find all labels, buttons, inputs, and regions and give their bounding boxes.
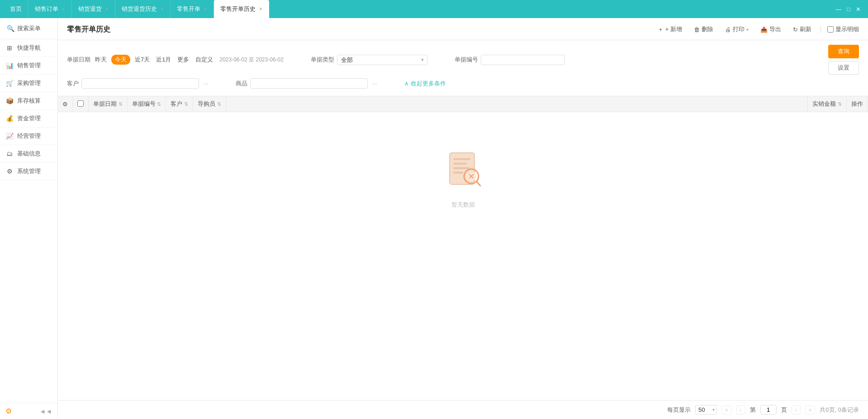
page-next-btn[interactable]: › [792,405,801,414]
tab-sales-order-close[interactable]: × [62,6,65,12]
sidebar-item-purchase-mgmt[interactable]: 🛒 采购管理 [0,75,57,92]
date-btn-today[interactable]: 今天 [111,55,130,65]
window-maximize[interactable]: □ [847,6,850,13]
tab-retail-open-close[interactable]: × [204,6,207,12]
date-btn-1month[interactable]: 近1月 [154,55,173,65]
col-amount[interactable]: 实销金额 ⇅ [808,96,847,112]
col-salesperson-label: 导购员 [198,100,215,107]
sidebar-settings-icon[interactable]: ⚙ [5,407,12,415]
display-detail-label: 显示明细 [835,25,859,33]
tab-sales-return-label: 销货退货 [78,5,102,13]
tab-retail-open[interactable]: 零售开单 × [171,0,214,18]
basic-info-icon: 🗂 [5,150,14,158]
order-num-input[interactable] [481,55,565,65]
operations-icon: 📈 [5,132,14,140]
svg-rect-2 [453,163,467,165]
sidebar-item-operations[interactable]: 📈 经营管理 [0,127,57,145]
query-button[interactable]: 查询 [828,45,859,58]
tab-sales-return-close[interactable]: × [105,6,109,12]
window-close[interactable]: ✕ [856,6,861,13]
date-btn-yesterday[interactable]: 昨天 [93,55,109,65]
page-prev-btn[interactable]: ‹ [736,405,745,414]
sidebar-item-system-mgmt-label: 系统管理 [17,167,41,175]
sidebar-item-sales-mgmt-label: 销售管理 [17,61,41,70]
col-date-sort[interactable]: ⇅ [119,101,123,107]
main-layout: 🔍 搜索采单 ⊞ 快捷导航 📊 销售管理 🛒 采购管理 📦 库存核算 � [0,18,868,419]
sidebar-item-finance[interactable]: 💰 资金管理 [0,110,57,127]
select-all-checkbox[interactable] [77,100,84,107]
col-salesperson[interactable]: 导购员 ⇅ [193,96,226,112]
customer-picker-icon[interactable]: ··· [204,80,209,87]
col-date[interactable]: 单据日期 ⇅ [89,96,128,112]
tab-sales-return-history-close[interactable]: × [161,6,164,12]
sidebar-item-system-mgmt[interactable]: ⚙ 系统管理 [0,163,57,180]
date-quick-btns: 昨天 今天 近7天 近1月 更多 自定义 [93,55,215,65]
svg-rect-1 [453,158,470,160]
col-action-label: 操作 [851,100,863,107]
display-detail-toggle[interactable]: 显示明细 [827,25,859,33]
col-settings[interactable]: ⚙ [58,96,73,112]
content-area: 零售开单历史 ＋ + 新增 🗑 删除 🖨 打印 ▾ 📤 导出 [58,18,868,419]
collapse-more-btn[interactable]: ∧ 收起更多条件 [404,79,446,89]
quick-nav-icon: ⊞ [5,44,14,52]
sidebar-item-basic-info[interactable]: 🗂 基础信息 [0,145,57,163]
table-container: ⚙ 单据日期 ⇅ 单据编号 ⇅ 客户 ⇅ [58,96,868,400]
window-minimize[interactable]: — [835,6,841,13]
order-type-select[interactable]: 全部 零售开单 零售退货 [337,55,427,65]
inventory-icon: 📦 [5,97,14,105]
tab-retail-open-history-close[interactable]: × [259,6,262,12]
tab-sales-return-history[interactable]: 销货退货历史 × [115,0,171,18]
pagination-summary: 共0页, 0条记录 [820,406,859,414]
tab-home[interactable]: 首页 [4,0,28,18]
col-order-num-sort[interactable]: ⇅ [157,101,161,107]
print-icon: 🖨 [725,26,731,33]
page-title: 零售开单历史 [67,25,110,34]
page-last-btn[interactable]: » [805,405,816,414]
tab-sales-return[interactable]: 销货退货 × [72,0,115,18]
sidebar-item-basic-info-label: 基础信息 [17,150,41,158]
collapse-arrow-icon: ∧ [404,80,409,87]
add-button[interactable]: ＋ + 新增 [655,24,685,35]
product-input[interactable] [250,78,368,89]
page-size-wrap: 20 50 100 200 [695,405,717,414]
sidebar-menu: ⊞ 快捷导航 📊 销售管理 🛒 采购管理 📦 库存核算 💰 资金管理 📈 [0,39,57,403]
date-btn-custom[interactable]: 自定义 [194,55,215,65]
page-first-btn[interactable]: « [721,405,732,414]
display-detail-checkbox[interactable] [827,26,834,33]
customer-label: 客户 [67,80,79,88]
finance-icon: 💰 [5,114,14,122]
col-salesperson-sort[interactable]: ⇅ [217,101,221,107]
product-picker-icon[interactable]: ··· [372,80,377,87]
sidebar-item-inventory[interactable]: 📦 库存核算 [0,92,57,110]
filter-settings-button[interactable]: 设置 [828,61,859,75]
date-range-display: 2023-06-02 至 2023-06-02 [219,56,283,64]
col-customer[interactable]: 客户 ⇅ [166,96,193,112]
sidebar-item-quick-nav[interactable]: ⊞ 快捷导航 [0,39,57,57]
sidebar-item-sales-mgmt[interactable]: 📊 销售管理 [0,57,57,75]
col-customer-sort[interactable]: ⇅ [184,101,188,107]
customer-filter: 客户 ··· [67,78,209,89]
search-icon: 🔍 [6,24,14,33]
col-order-num[interactable]: 单据编号 ⇅ [127,96,166,112]
tab-retail-open-history[interactable]: 零售开单历史 × [214,0,269,18]
col-amount-sort[interactable]: ⇅ [838,101,842,107]
refresh-button[interactable]: ↻ 刷新 [790,24,814,35]
add-icon: ＋ [658,25,664,33]
page-input[interactable] [760,405,777,414]
print-button[interactable]: 🖨 打印 ▾ [722,24,751,35]
date-btn-7days[interactable]: 近7天 [133,55,152,65]
sidebar-collapse-icon[interactable]: ◄◄ [39,408,52,415]
delete-icon: 🗑 [694,26,700,33]
page-size-select[interactable]: 20 50 100 200 [695,405,717,414]
customer-input[interactable] [81,78,199,89]
date-btn-more[interactable]: 更多 [175,55,191,65]
export-button[interactable]: 📤 导出 [758,24,784,35]
tab-home-label: 首页 [10,5,22,13]
delete-button[interactable]: 🗑 删除 [691,24,716,35]
sidebar-bottom: ⚙ ◄◄ [0,403,57,419]
refresh-label: 刷新 [800,25,811,33]
col-order-num-label: 单据编号 [132,100,156,107]
search-bill-btn[interactable]: 🔍 搜索采单 [4,23,54,34]
tab-sales-order[interactable]: 销售订单 × [28,0,72,18]
filter-row-2: 客户 ··· 商品 ··· ∧ 收起更多条件 [67,78,859,89]
